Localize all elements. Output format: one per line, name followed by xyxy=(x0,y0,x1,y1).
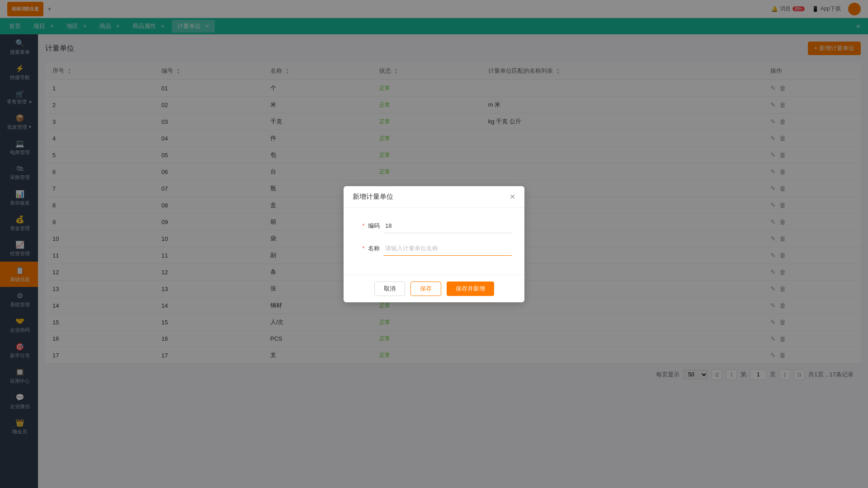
modal-title: 新增计量单位 xyxy=(353,192,393,201)
modal-footer: 取消 保存 保存并新增 xyxy=(344,275,524,302)
cancel-button[interactable]: 取消 xyxy=(374,282,405,296)
add-unit-modal: 新增计量单位 ✕ * 编码 * 名称 取消 保存 保存并新增 xyxy=(344,186,524,302)
modal-header: 新增计量单位 ✕ xyxy=(344,186,524,208)
save-button[interactable]: 保存 xyxy=(410,282,441,296)
code-label: * 编码 xyxy=(356,222,380,230)
code-input[interactable] xyxy=(383,219,512,233)
name-input[interactable] xyxy=(383,241,512,256)
form-row-code: * 编码 xyxy=(356,219,512,233)
name-required-mark: * xyxy=(362,245,364,252)
modal-close-btn[interactable]: ✕ xyxy=(509,192,515,201)
modal-body: * 编码 * 名称 xyxy=(344,208,524,275)
modal-overlay: 新增计量单位 ✕ * 编码 * 名称 取消 保存 保存并新增 xyxy=(0,0,868,488)
name-label: * 名称 xyxy=(356,244,380,253)
code-required-mark: * xyxy=(362,222,364,229)
form-row-name: * 名称 xyxy=(356,241,512,256)
save-new-button[interactable]: 保存并新增 xyxy=(447,282,494,296)
